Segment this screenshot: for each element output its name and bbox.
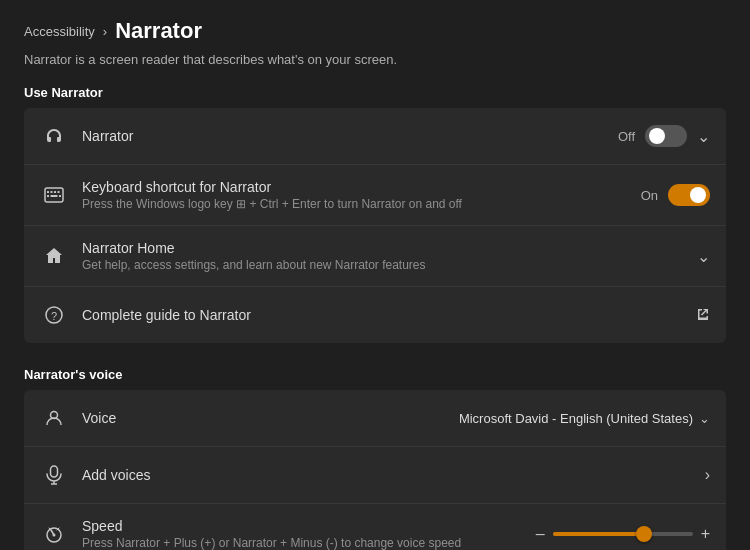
- add-voices-row-right: ›: [705, 466, 710, 484]
- svg-rect-11: [51, 466, 58, 477]
- speed-row-right: – +: [536, 525, 710, 543]
- svg-rect-3: [54, 191, 56, 193]
- add-voices-title: Add voices: [82, 467, 705, 483]
- narrator-toggle-knob: [649, 128, 665, 144]
- microphone-icon: [40, 461, 68, 489]
- speed-slider-thumb[interactable]: [636, 526, 652, 542]
- voice-content: Voice: [82, 410, 459, 426]
- breadcrumb-separator: ›: [103, 24, 107, 39]
- voice-title: Voice: [82, 410, 459, 426]
- narrator-chevron-icon[interactable]: ⌄: [697, 127, 710, 146]
- voice-dropdown[interactable]: Microsoft David - English (United States…: [459, 411, 710, 426]
- complete-guide-row-right: [696, 307, 710, 324]
- narrators-voice-section-title: Narrator's voice: [24, 367, 726, 382]
- speed-slider-container: – +: [536, 525, 710, 543]
- narrator-home-title: Narrator Home: [82, 240, 697, 256]
- keyboard-shortcut-row-right: On: [641, 184, 710, 206]
- svg-rect-4: [58, 191, 60, 193]
- narrator-title: Narrator: [82, 128, 618, 144]
- speed-content: Speed Press Narrator + Plus (+) or Narra…: [82, 518, 536, 550]
- add-voices-row[interactable]: Add voices ›: [24, 447, 726, 504]
- home-icon: [40, 242, 68, 270]
- keyboard-shortcut-content: Keyboard shortcut for Narrator Press the…: [82, 179, 641, 211]
- speed-icon: [40, 520, 68, 548]
- keyboard-icon: [40, 181, 68, 209]
- svg-rect-6: [51, 195, 58, 197]
- speed-slider-track[interactable]: [553, 532, 693, 536]
- use-narrator-section-title: Use Narrator: [24, 85, 726, 100]
- person-icon: [40, 404, 68, 432]
- keyboard-shortcut-toggle[interactable]: [668, 184, 710, 206]
- complete-guide-title: Complete guide to Narrator: [82, 307, 696, 323]
- svg-rect-2: [51, 191, 53, 193]
- voice-dropdown-arrow-icon: ⌄: [699, 411, 710, 426]
- speed-title: Speed: [82, 518, 536, 534]
- narrator-row-right: Off ⌄: [618, 125, 710, 147]
- narrator-row[interactable]: Narrator Off ⌄: [24, 108, 726, 165]
- svg-text:?: ?: [51, 310, 57, 322]
- narrator-home-subtitle: Get help, access settings, and learn abo…: [82, 258, 697, 272]
- keyboard-shortcut-title: Keyboard shortcut for Narrator: [82, 179, 641, 195]
- svg-rect-5: [47, 195, 49, 197]
- complete-guide-row[interactable]: ? Complete guide to Narrator: [24, 287, 726, 343]
- external-link-icon[interactable]: [696, 307, 710, 324]
- breadcrumb: Accessibility › Narrator: [24, 18, 726, 44]
- narrator-row-content: Narrator: [82, 128, 618, 144]
- voice-dropdown-value: Microsoft David - English (United States…: [459, 411, 693, 426]
- use-narrator-group: Narrator Off ⌄: [24, 108, 726, 343]
- narrator-toggle[interactable]: [645, 125, 687, 147]
- narrator-home-chevron-icon[interactable]: ⌄: [697, 247, 710, 266]
- keyboard-shortcut-toggle-label: On: [641, 188, 658, 203]
- section-gap: [24, 347, 726, 361]
- speed-increase-button[interactable]: +: [701, 525, 710, 543]
- narrator-home-row-right: ⌄: [697, 247, 710, 266]
- speed-slider-fill: [553, 532, 644, 536]
- narrator-home-row[interactable]: Narrator Home Get help, access settings,…: [24, 226, 726, 287]
- headphone-icon: [40, 122, 68, 150]
- page-description: Narrator is a screen reader that describ…: [24, 52, 726, 67]
- voice-row[interactable]: Voice Microsoft David - English (United …: [24, 390, 726, 447]
- speed-subtitle: Press Narrator + Plus (+) or Narrator + …: [82, 536, 536, 550]
- settings-page: Accessibility › Narrator Narrator is a s…: [0, 0, 750, 550]
- keyboard-shortcut-subtitle: Press the Windows logo key ⊞ + Ctrl + En…: [82, 197, 641, 211]
- question-icon: ?: [40, 301, 68, 329]
- svg-point-15: [53, 534, 56, 537]
- svg-rect-7: [59, 195, 61, 197]
- keyboard-shortcut-toggle-knob: [690, 187, 706, 203]
- narrators-voice-group: Voice Microsoft David - English (United …: [24, 390, 726, 550]
- keyboard-shortcut-row[interactable]: Keyboard shortcut for Narrator Press the…: [24, 165, 726, 226]
- speed-row[interactable]: Speed Press Narrator + Plus (+) or Narra…: [24, 504, 726, 550]
- add-voices-arrow-icon: ›: [705, 466, 710, 484]
- complete-guide-content: Complete guide to Narrator: [82, 307, 696, 323]
- narrator-home-content: Narrator Home Get help, access settings,…: [82, 240, 697, 272]
- add-voices-content: Add voices: [82, 467, 705, 483]
- breadcrumb-current: Narrator: [115, 18, 202, 44]
- breadcrumb-accessibility[interactable]: Accessibility: [24, 24, 95, 39]
- speed-decrease-button[interactable]: –: [536, 525, 545, 543]
- svg-rect-1: [47, 191, 49, 193]
- narrator-toggle-label: Off: [618, 129, 635, 144]
- voice-row-right: Microsoft David - English (United States…: [459, 411, 710, 426]
